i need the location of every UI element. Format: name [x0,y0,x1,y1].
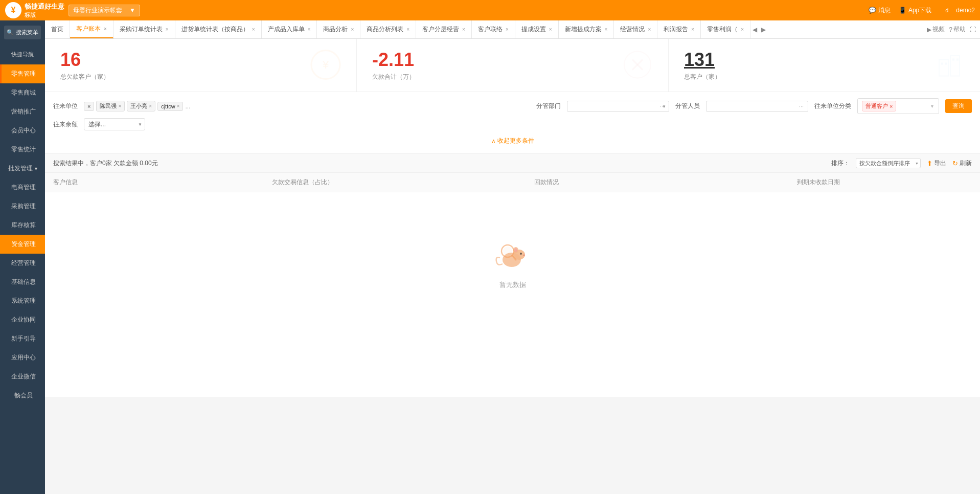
tag-remove-btn[interactable]: × [177,103,180,109]
account-dropdown[interactable]: 母婴行业演示帐套 ▼ [69,5,140,16]
filter-tag-wang[interactable]: 王小亮 × [127,101,155,111]
tab-customer-ledger[interactable]: 客户账本 × [70,20,113,38]
tab-label: 采购订单统计表 [120,25,163,34]
tab-close-btn[interactable]: × [549,27,552,32]
question-icon: ? [949,26,952,33]
tab-label: 商品分析 [323,25,348,34]
tab-close-btn[interactable]: × [406,27,409,32]
app-download-btn[interactable]: 📱 App下载 [899,6,931,15]
sidebar-item-inventory[interactable]: 库存核算 [0,216,45,235]
filter-tag-cjttcw[interactable]: cjttcw × [157,102,183,111]
video-btn[interactable]: ▶ 视频 [927,25,945,34]
tab-close-btn[interactable]: × [605,27,608,32]
message-icon: 💬 [869,7,876,14]
tab-close-btn[interactable]: × [691,27,694,32]
sort-select[interactable]: 按欠款金额倒序排序 [856,158,921,168]
message-label: 消息 [878,6,891,15]
tag-remove-btn[interactable]: × [118,103,121,109]
stat-total-debt: -2.11 欠款合计（万） [357,39,669,92]
filter-tag-chen[interactable]: 陈民强 × [96,101,125,111]
main-layout: 🔍 搜索菜单 快捷导航 零售管理 零售商城 营销推广 会员中心 零售统计 [0,20,980,494]
sidebar-item-vip[interactable]: 畅会员 [0,386,45,405]
sidebar-item-label: 会员中心 [11,127,36,134]
coin-icon: ¥ [310,49,341,81]
tag-label: 普通客户 [865,102,888,110]
svg-point-15 [520,253,522,255]
tab-purchase-order[interactable]: 采购订单统计表 × [113,20,175,38]
tab-close-btn[interactable]: × [104,26,107,32]
col-header-date: 到期未收款日期 [797,178,972,187]
search-icon: 🔍 [7,29,14,36]
tab-customer-segment[interactable]: 客户分层经营 × [416,20,472,38]
empty-text: 暂无数据 [499,280,526,289]
tab-customer-contact[interactable]: 客户联络 × [472,20,515,38]
sidebar-item-zero-mall[interactable]: 零售商城 [0,83,45,102]
sidebar-item-basic-info[interactable]: 基础信息 [0,273,45,291]
avatar-circle: d [940,3,954,17]
tab-close-btn[interactable]: × [252,27,255,32]
sidebar-item-apps[interactable]: 应用中心 [0,348,45,367]
export-btn[interactable]: ⬆ 导出 [927,159,946,168]
tab-promotion-settings[interactable]: 提成设置 × [515,20,559,38]
tab-profit-report[interactable]: 利润报告 × [657,20,701,38]
top-bar: ¥ 畅捷通好生意 标版 母婴行业演示帐套 ▼ 💬 消息 📱 App下载 d de… [0,0,980,20]
category-select[interactable]: 普通客户 × ▼ [857,98,939,114]
tab-close-btn[interactable]: × [166,27,169,32]
sidebar-item-enterprise[interactable]: 企业协同 [0,310,45,329]
tab-zero-profit[interactable]: 零售利润（ × [701,20,750,38]
tab-add-promotion[interactable]: 新增提成方案 × [559,20,614,38]
sidebar-item-newbie[interactable]: 新手引导 [0,329,45,348]
sidebar-item-member-center[interactable]: 会员中心 [0,121,45,140]
tab-product-inbound[interactable]: 产成品入库单 × [262,20,317,38]
category-tag-normal[interactable]: 普通客户 × [862,101,896,111]
brand-name: 畅捷通好生意 [25,2,64,11]
sidebar-item-label: 零售管理 [11,70,36,77]
sidebar-item-purchase[interactable]: 采购管理 [0,197,45,216]
tag-remove-btn[interactable]: × [149,103,152,109]
tab-product-analysis[interactable]: 商品分析 × [317,20,360,38]
user-avatar[interactable]: d demo2 [940,3,975,17]
sidebar-item-zero-stats[interactable]: 零售统计 [0,140,45,159]
tab-close-btn[interactable]: × [506,27,509,32]
sidebar-item-system[interactable]: 系统管理 [0,291,45,310]
sidebar-item-ecommerce[interactable]: 电商管理 [0,178,45,197]
message-btn[interactable]: 💬 消息 [869,6,891,15]
filter-tag-remove-all[interactable]: × [84,102,94,111]
sidebar-item-batch-manage[interactable]: 批发管理 ▼ [0,159,45,178]
tag-remove-btn[interactable]: × [890,103,893,109]
sidebar-item-zero-retail-manage[interactable]: 零售管理 [0,64,45,83]
manager-select[interactable]: ··· [706,101,808,112]
svg-point-18 [503,246,512,256]
sidebar-item-marketing[interactable]: 营销推广 [0,102,45,121]
tab-close-btn[interactable]: × [648,27,651,32]
dept-select[interactable]: ··· [567,101,669,112]
sidebar-item-wechat[interactable]: 企业微信 [0,367,45,386]
balance-select[interactable]: 选择... [84,118,145,130]
sidebar-item-finance[interactable]: 资金管理 [0,235,45,254]
tab-close-btn[interactable]: × [351,27,354,32]
tab-product-analysis-list[interactable]: 商品分析列表 × [360,20,416,38]
top-bar-right: 💬 消息 📱 App下载 d demo2 [869,3,975,17]
tab-inbound-stats[interactable]: 进货单统计表（按商品） × [175,20,262,38]
tab-operations-situation[interactable]: 经营情况 × [614,20,657,38]
tab-close-btn[interactable]: × [462,27,465,32]
fullscreen-btn[interactable]: ⛶ [970,26,976,33]
collapse-btn[interactable]: ∧ 收起更多条件 [491,134,534,147]
tab-scroll-right[interactable]: ▶ [759,20,768,38]
query-btn[interactable]: 查询 [945,99,972,113]
more-tags-btn[interactable]: ... [185,103,190,110]
sidebar-item-label: 资金管理 [11,240,36,248]
sidebar-item-operations[interactable]: 经营管理 [0,254,45,273]
quick-nav-btn[interactable]: 快捷导航 [4,47,41,62]
stat-total-credit-customers: ¥ 16 总欠款客户（家） [45,39,357,92]
tab-label: 产成品入库单 [268,25,305,34]
tab-close-btn[interactable]: × [741,27,744,32]
help-btn[interactable]: ? 帮助 [949,25,966,34]
tab-scroll-left[interactable]: ◀ [750,20,759,38]
balance-label: 往来余额 [53,120,78,129]
stat-label-debt: 欠款合计（万） [372,73,415,81]
search-menu-btn[interactable]: 🔍 搜索菜单 [4,26,41,39]
refresh-btn[interactable]: ↻ 刷新 [952,159,972,168]
tab-close-btn[interactable]: × [308,27,311,32]
tab-home[interactable]: 首页 [45,20,70,38]
